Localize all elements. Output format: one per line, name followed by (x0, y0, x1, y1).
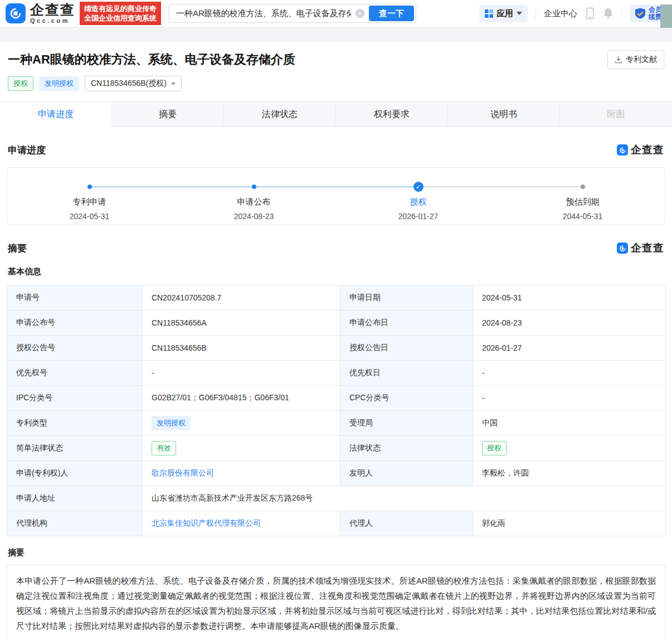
simple-legal-status-badge: 有效 (152, 441, 176, 455)
type-badge: 发明授权 (39, 76, 79, 91)
field-value: 2024-05-31 (473, 285, 666, 311)
tab-abstract[interactable]: 摘要 (112, 102, 224, 127)
enterprise-center-link[interactable]: 企业中心 (544, 8, 577, 19)
table-row: 代理机构 北京集佳知识产权代理有限公司 代理人 郭化雨 (7, 511, 666, 536)
field-value: CN118534656A (143, 311, 340, 336)
field-value: 2026-01-27 (473, 336, 666, 361)
field-value: G02B27/01；G06F3/04815；G06F3/01 (143, 386, 340, 411)
field-value: 郭化雨 (473, 511, 666, 536)
basic-info-table: 申请号 CN202410705208.7 申请日期 2024-05-31 申请公… (7, 285, 666, 536)
header-separator (0, 27, 672, 42)
qcc-watermark-icon (617, 144, 628, 156)
tab-figures[interactable]: 附图 (560, 102, 672, 127)
field-value: CN118534656B (143, 336, 340, 361)
field-label: 申请号 (7, 285, 143, 311)
header-nav: 应用 企业中心 会员 续费 (479, 4, 666, 22)
brand-slogan: 缔造有远见的商业传奇 全国企业信用查询系统 (80, 2, 161, 25)
field-label: IPC分类号 (7, 386, 143, 411)
chevron-down-icon (171, 83, 176, 85)
logo-en: Qcc.com (30, 18, 75, 24)
tag-row: 授权 发明授权 CN118534656B(授权) (8, 76, 664, 91)
agency-link[interactable]: 北京集佳知识产权代理有限公司 (152, 518, 261, 527)
qcc-logo-text: 企查查 Qcc.com (30, 3, 75, 24)
patent-number-select[interactable]: CN118534656B(授权) (85, 76, 182, 91)
qcc-logo-icon (6, 3, 26, 23)
field-label: 申请人地址 (7, 486, 143, 511)
grid-icon (485, 9, 493, 18)
field-label: 受理局 (340, 411, 473, 436)
check-circle-icon: ✓ (413, 182, 423, 192)
field-label: 专利类型 (7, 411, 143, 436)
patent-type-badge: 发明授权 (152, 416, 191, 430)
field-value: 北京集佳知识产权代理有限公司 (143, 511, 340, 536)
qcc-logo[interactable]: 企查查 Qcc.com (6, 3, 75, 24)
table-row: 申请公布号 CN118534656A 申请公布日 2024-08-23 (7, 311, 666, 336)
field-value: 山东省潍坊市高新技术产业开发区东方路268号 (143, 486, 666, 511)
tab-legal-status[interactable]: 法律状态 (224, 102, 336, 127)
logo-cn: 企查查 (30, 3, 75, 17)
patent-number-value: CN118534656B(授权) (91, 79, 167, 89)
field-label: 发明人 (340, 461, 473, 486)
field-label: 简单法律状态 (7, 436, 143, 461)
timeline-step-grant: ✓ 授权 2026-01-27 (336, 168, 500, 221)
patent-document-button[interactable]: 专利文献 (607, 50, 664, 69)
field-value: 歌尔股份有限公司 (143, 461, 340, 486)
apps-label: 应用 (496, 8, 513, 19)
timeline-step-label: 申请公布 (172, 197, 336, 207)
summary-section-title: 摘要 (8, 242, 27, 255)
field-value: - (473, 386, 666, 411)
notification-bell-icon[interactable] (603, 7, 613, 20)
clear-search-icon[interactable]: ✕ (356, 9, 364, 18)
timeline-step-publication: 申请公布 2024-08-23 (172, 168, 336, 221)
tab-progress[interactable]: 申请进度 (0, 102, 112, 127)
field-value: 授权 (473, 436, 666, 461)
field-label: 优先权日 (340, 361, 473, 386)
divider (621, 9, 622, 18)
timeline-step-label: 授权 (336, 197, 500, 207)
applicant-link[interactable]: 歌尔股份有限公司 (152, 468, 214, 477)
timeline-step-label: 预估到期 (500, 197, 665, 207)
field-value: 发明授权 (143, 411, 340, 436)
field-label: 法律状态 (340, 436, 473, 461)
timeline-step-filing: 专利申请 2024-05-31 (7, 168, 172, 221)
timeline-step-expiry: 预估到期 2044-05-31 (500, 168, 665, 221)
page: 企查查 Qcc.com 缔造有远见的商业传奇 全国企业信用查询系统 ✕ 查一下 … (0, 0, 672, 640)
field-label: 申请日期 (340, 285, 473, 311)
application-timeline: 专利申请 2024-05-31 申请公布 2024-08-23 ✓ 授权 202… (7, 167, 665, 225)
timeline-dot (581, 185, 585, 189)
field-label: 优先权号 (7, 361, 143, 386)
download-icon (615, 56, 622, 64)
field-value: 李毅松，许圆 (473, 461, 666, 486)
top-header: 企查查 Qcc.com 缔造有远见的商业传奇 全国企业信用查询系统 ✕ 查一下 … (0, 0, 672, 27)
timeline-step-label: 专利申请 (7, 197, 172, 207)
tab-description[interactable]: 说明书 (448, 102, 560, 127)
qcc-watermark: 企查查 (617, 143, 664, 157)
table-row: 简单法律状态 有效 法律状态 授权 (7, 436, 666, 461)
summary-section-header: 摘要 企查查 (0, 241, 672, 255)
divider (535, 9, 536, 18)
tab-claims[interactable]: 权利要求 (336, 102, 448, 127)
field-label: 申请公布号 (7, 311, 143, 336)
slogan-line1: 缔造有远见的商业传奇 (84, 4, 157, 13)
table-row: 申请人地址 山东省潍坊市高新技术产业开发区东方路268号 (7, 486, 666, 511)
field-value: 有效 (143, 436, 340, 461)
crown-icon (634, 8, 646, 19)
timeline-step-date: 2026-01-27 (336, 212, 500, 221)
progress-section-title: 申请进度 (8, 144, 46, 157)
mobile-phone-icon[interactable] (585, 7, 595, 20)
table-row: 申请(专利权)人 歌尔股份有限公司 发明人 李毅松，许圆 (7, 461, 666, 486)
apps-menu[interactable]: 应用 (479, 5, 528, 22)
search-input[interactable] (176, 9, 351, 18)
qcc-watermark-icon (617, 243, 628, 254)
floating-widget-fragment[interactable] (660, 4, 672, 28)
table-row: 优先权号 - 优先权日 - (7, 361, 666, 386)
patent-document-label: 专利文献 (626, 55, 657, 65)
field-label: 代理机构 (7, 511, 143, 536)
table-row: 专利类型 发明授权 受理局 中国 (7, 411, 666, 436)
tab-bar: 申请进度 摘要 法律状态 权利要求 说明书 附图 (0, 101, 672, 127)
field-value: - (473, 361, 666, 386)
field-value: CN202410705208.7 (143, 285, 340, 311)
field-label: 授权公告日 (340, 336, 473, 361)
status-badge: 授权 (8, 76, 33, 91)
search-button[interactable]: 查一下 (369, 6, 414, 21)
